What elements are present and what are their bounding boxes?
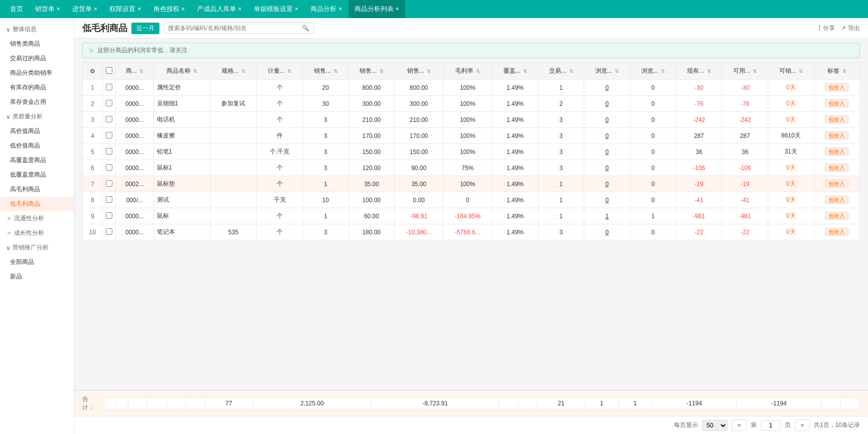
tag-badge: 低收入 [825,212,848,220]
col-sales3[interactable]: 销售... ⇅ [395,63,443,80]
col-tag[interactable]: 标签 ⇅ [814,63,859,80]
prev-page-button[interactable]: ＜ [732,419,747,431]
col-name[interactable]: 商品名称 ⇅ [153,63,210,80]
sidebar-item-low-coverage[interactable]: 低覆盖度商品 [0,168,74,182]
col-code[interactable]: 商... ⇅ [116,63,154,80]
nav-purchase[interactable]: 进货单 × [66,0,103,18]
sidebar-item-traded-products[interactable]: 交易过的商品 [0,51,74,66]
sidebar-item-high-value[interactable]: 高价值商品 [0,124,74,138]
nav-roles[interactable]: 角色授权 × [147,0,191,18]
row-view1[interactable]: 1 [584,208,630,224]
col-sales2[interactable]: 销售... ⇅ [349,63,395,80]
col-view1[interactable]: 浏览... ⇅ [584,63,630,80]
col-spec[interactable]: 规格... ⇅ [210,63,257,80]
table-container[interactable]: ⚙ 商... ⇅ 商品名称 ⇅ 规格... ⇅ 计量... ⇅ 销售... ⇅ … [74,62,868,390]
col-avail[interactable]: 可用... ⇅ [722,63,768,80]
row-checkbox-cell[interactable] [103,144,116,160]
nav-product-analysis-list[interactable]: 商品分析列表 × [349,0,405,18]
row-view1[interactable]: 0 [584,224,630,240]
row-sales1: 20 [302,80,349,96]
row-checkbox[interactable] [106,180,112,187]
row-checkbox-cell[interactable] [103,96,116,112]
row-coverage: 1.49% [492,160,538,176]
sidebar-group-overview[interactable]: ∨ 整体信息 [0,22,74,37]
col-view2[interactable]: 浏览... ⇅ [630,63,676,80]
sidebar-item-low-value[interactable]: 低价值商品 [0,138,74,153]
next-page-button[interactable]: ＞ [795,419,810,431]
sidebar-item-new-products[interactable]: 新品 [0,269,74,284]
row-checkbox[interactable] [106,148,112,155]
row-view1[interactable]: 0 [584,128,630,144]
row-checkbox-cell[interactable] [103,160,116,176]
sidebar-item-stocked-products[interactable]: 有库存的商品 [0,80,74,95]
search-box[interactable]: 🔍 [163,23,314,34]
col-unit[interactable]: 计量... ⇅ [257,63,303,80]
row-checkbox[interactable] [106,84,112,90]
share-button[interactable]: ⤴ 分享 [818,24,835,33]
search-input[interactable] [168,25,302,32]
row-sales3: 90.00 [395,160,443,176]
row-code: 000/... [116,192,154,208]
row-checkbox[interactable] [106,228,112,235]
sidebar-item-inventory-capital[interactable]: 库存资金占用 [0,95,74,109]
nav-permissions[interactable]: 权限设置 × [103,0,147,18]
sidebar-group-cluster[interactable]: ∨ 类群量分析 [0,109,74,124]
page-number-input[interactable] [761,420,781,430]
collapse-arrow-cluster: ∨ [6,113,11,120]
nav-home[interactable]: 首页 [4,0,29,18]
sidebar-item-sales-products[interactable]: 销售类商品 [0,37,74,51]
row-checkbox-cell[interactable] [103,208,116,224]
sidebar-item-low-margin[interactable]: 低毛利商品 [0,197,74,211]
nav-product-entry[interactable]: 产成品入库单 × [191,0,248,18]
export-label: 导出 [848,24,860,33]
row-view1[interactable]: 0 [584,144,630,160]
row-checkbox-cell[interactable] [103,192,116,208]
col-trade[interactable]: 交易... ⇅ [538,63,584,80]
period-button[interactable]: 近一月 [131,23,159,34]
search-icon[interactable]: 🔍 [302,25,309,32]
row-checkbox-cell[interactable] [103,80,116,96]
product-table: ⚙ 商... ⇅ 商品名称 ⇅ 规格... ⇅ 计量... ⇅ 销售... ⇅ … [82,62,860,240]
row-checkbox[interactable] [106,164,112,171]
row-checkbox-cell[interactable] [103,112,116,128]
row-view1[interactable]: 0 [584,80,630,96]
nav-sales[interactable]: 销货单 × [29,0,66,18]
select-all-checkbox[interactable] [106,67,112,74]
sidebar-group-growth[interactable]: ＞ 成长性分析 [0,226,74,240]
sidebar-item-high-margin[interactable]: 高毛利商品 [0,182,74,197]
sidebar-item-all-products[interactable]: 全部商品 [0,255,74,269]
col-coverage[interactable]: 覆盖... ⇅ [492,63,538,80]
nav-template[interactable]: 单据模板设置 × [248,0,304,18]
col-saleable[interactable]: 可销... ⇅ [768,63,814,80]
row-view1[interactable]: 0 [584,176,630,192]
row-view1[interactable]: 0 [584,160,630,176]
row-coverage: 1.49% [492,176,538,192]
sidebar-item-high-coverage[interactable]: 高覆盖度商品 [0,153,74,168]
footer-s2: 2,125.00 [253,398,372,409]
row-checkbox[interactable] [106,100,112,106]
row-num: 6 [83,160,103,176]
col-sales1[interactable]: 销售... ⇅ [302,63,349,80]
col-margin[interactable]: 毛利率 ⇅ [443,63,492,80]
row-checkbox[interactable] [106,116,112,122]
col-stock[interactable]: 现有... ⇅ [676,63,722,80]
sidebar-group-circulation[interactable]: ＞ 流通性分析 [0,211,74,226]
row-view1[interactable]: 0 [584,112,630,128]
sidebar-item-category-sales-rate[interactable]: 商品分类助销率 [0,66,74,80]
nav-product-analysis[interactable]: 商品分析 × [304,0,348,18]
row-checkbox[interactable] [106,196,112,203]
row-view1[interactable]: 0 [584,96,630,112]
row-checkbox[interactable] [106,212,112,219]
row-view1[interactable]: 0 [584,192,630,208]
page-size-select[interactable]: 50 100 200 [702,420,728,431]
col-settings[interactable]: ⚙ [83,63,103,80]
row-checkbox[interactable] [106,132,112,138]
sidebar-group-marketing[interactable]: ∨ 营销推广分析 [0,240,74,255]
row-checkbox-cell[interactable] [103,224,116,240]
row-checkbox-cell[interactable] [103,176,116,192]
row-spec [210,208,257,224]
footer-avail: -1194 [737,398,821,409]
export-button[interactable]: ↗ 导出 [841,24,860,33]
row-checkbox-cell[interactable] [103,128,116,144]
col-checkbox[interactable] [103,63,116,80]
